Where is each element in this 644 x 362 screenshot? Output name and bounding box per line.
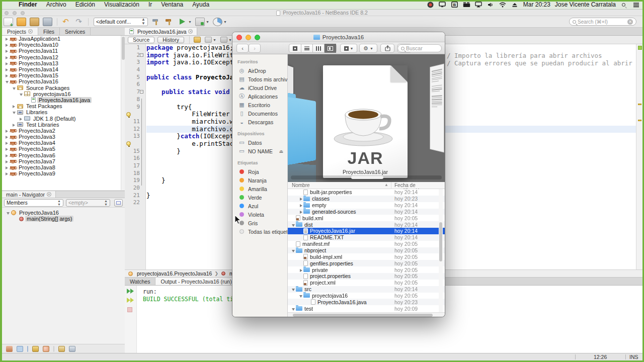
tab-projects[interactable]: Projects✕	[2, 28, 38, 35]
source-view-button[interactable]: Source	[128, 37, 154, 43]
breadcrumb-class[interactable]: proyectojava16.ProyectoJava16	[137, 270, 212, 277]
expand-arrow-icon[interactable]	[4, 170, 10, 176]
gutter-line[interactable]	[125, 111, 145, 118]
gutter-line[interactable]: 20	[125, 185, 145, 192]
tree-item[interactable]: ProyectoJava15	[2, 72, 121, 78]
gutter-line[interactable]: 7–	[125, 88, 145, 96]
forward-icon[interactable]	[220, 37, 227, 43]
run-configuration-dropdown[interactable]: <default conf...▲▼	[94, 18, 148, 26]
redo-button[interactable]: ↷	[74, 18, 84, 26]
expand-arrow-icon[interactable]	[4, 36, 10, 42]
sidebar-item-todos-mis-archivos[interactable]: ▤Todos mis archivos	[232, 75, 287, 83]
file-row[interactable]: genfiles.propertieshoy 20:05	[288, 260, 445, 266]
last-edit-icon[interactable]	[194, 37, 201, 43]
expand-arrow-icon[interactable]	[4, 140, 10, 146]
gutter-line[interactable]: 16	[125, 155, 145, 162]
gutter-line[interactable]: 4	[125, 66, 145, 74]
ide-search-field[interactable]: Search (⌘+I)✕	[569, 18, 636, 26]
file-row[interactable]: manifest.mfhoy 20:05	[288, 241, 445, 247]
tree-item[interactable]: ProyectoJava16.java	[2, 97, 121, 103]
clean-build-button[interactable]	[165, 18, 174, 26]
collapse-arrow-icon[interactable]	[291, 306, 296, 312]
file-row[interactable]: build.xmlhoy 20:05	[288, 215, 445, 221]
spotlight-icon[interactable]	[620, 2, 628, 8]
tree-item[interactable]: ProyectoJava2	[2, 128, 121, 134]
collapse-arrow-icon[interactable]	[18, 91, 24, 97]
forward-button[interactable]: ›	[249, 44, 261, 53]
file-row[interactable]: emptyhoy 20:14	[288, 202, 445, 209]
tab-watches[interactable]: Watches	[125, 278, 155, 285]
file-row[interactable]: testhoy 20:09	[288, 305, 445, 312]
wifi-icon[interactable]	[499, 2, 507, 8]
arrange-menu-button[interactable]: ▼	[340, 44, 357, 53]
sidebar-item-icloud-drive[interactable]: ☁iCloud Drive	[232, 83, 287, 92]
sidebar-item-airdrop[interactable]: ◎AirDrop	[232, 66, 287, 75]
tree-item[interactable]: JDK 1.8 (Default)	[2, 115, 121, 121]
show-inherited-members-icon[interactable]	[6, 346, 13, 352]
history-view-button[interactable]: History	[157, 37, 184, 43]
tree-item[interactable]: JavaApplication1	[2, 36, 121, 42]
new-project-button[interactable]	[17, 18, 26, 26]
file-row[interactable]: ProyectoJava16.javahoy 20:23	[288, 299, 445, 305]
tree-item[interactable]: Test Packages	[2, 103, 121, 109]
file-row[interactable]: README.TXThoy 20:14	[288, 234, 445, 241]
close-icon[interactable]: ✕	[188, 29, 193, 34]
sidebar-item-descargas[interactable]: ◒Descargas	[232, 118, 287, 126]
file-row[interactable]: nbprojecthoy 20:05	[288, 247, 445, 254]
finder-search-field[interactable]: Buscar	[397, 44, 442, 52]
expand-arrow-icon[interactable]	[4, 66, 10, 72]
gutter-line[interactable]: 6	[125, 81, 145, 88]
gutter-line[interactable]	[125, 140, 145, 148]
airplay-icon[interactable]	[475, 2, 482, 8]
gutter-line[interactable]: 5	[125, 74, 145, 81]
sidebar-item-no-name[interactable]: ▭NO NAME⏏	[232, 147, 287, 155]
expand-arrow-icon[interactable]	[11, 122, 17, 128]
sidebar-item-naranja[interactable]: Naranja	[232, 176, 287, 185]
expand-arrow-icon[interactable]	[4, 158, 10, 164]
tree-item[interactable]: ProyectoJava8	[2, 164, 121, 170]
tree-item[interactable]: main(String[] args)	[2, 216, 125, 222]
coverflow-scrollbar[interactable]	[291, 175, 442, 179]
menu-item-archivo[interactable]: Archivo	[42, 1, 71, 8]
volume-icon[interactable]	[487, 2, 495, 8]
show-static-members-icon[interactable]	[32, 346, 39, 352]
screen-recorder-icon[interactable]	[427, 2, 434, 8]
sidebar-item-documentos[interactable]: ▯Documentos	[232, 109, 287, 118]
gutter-line[interactable]: 18	[125, 170, 145, 177]
gutter-line[interactable]: 22	[125, 199, 145, 207]
coverflow-view-button[interactable]	[325, 44, 336, 53]
menu-item-finder[interactable]: Finder	[14, 1, 42, 8]
expand-arrow-icon[interactable]	[18, 116, 24, 122]
forward-dropdown-arrow[interactable]: ▼	[228, 38, 232, 42]
sidebar-item-aplicaciones[interactable]: ⒶAplicaciones	[232, 92, 287, 101]
tab-files[interactable]: Files	[38, 28, 60, 35]
tree-item[interactable]: ProyectoJava5	[2, 146, 121, 152]
gutter-line[interactable]: 9	[125, 104, 145, 111]
profile-project-button[interactable]	[213, 18, 222, 26]
run-dropdown-arrow[interactable]: ▼	[188, 20, 192, 24]
coverflow-folder-item[interactable]	[288, 96, 316, 166]
code-fold-icon[interactable]: –	[140, 90, 143, 94]
sidebar-item-escritorio[interactable]: ▦Escritorio	[232, 101, 287, 109]
rerun-with-args-button[interactable]	[127, 297, 134, 304]
expand-arrow-icon[interactable]	[4, 146, 10, 152]
icon-view-button[interactable]	[290, 44, 301, 53]
finder-titlebar[interactable]: ProyectoJava16	[232, 32, 445, 42]
action-gear-button[interactable]: ⚙ ▼	[359, 44, 377, 53]
sidebar-item-todas-las-etiquet-[interactable]: Todas las etiquet...	[232, 227, 287, 236]
expand-arrow-icon[interactable]	[4, 164, 10, 170]
expand-arrow-icon[interactable]	[4, 48, 10, 54]
tree-item[interactable]: ProyectoJava4	[2, 140, 121, 146]
tree-item[interactable]: ProyectoJava3	[2, 134, 121, 140]
profile-dropdown-arrow[interactable]: ▼	[223, 20, 227, 24]
expand-arrow-icon[interactable]	[11, 103, 17, 109]
sort-by-source-icon[interactable]	[69, 346, 75, 352]
gutter-line[interactable]: 13	[125, 133, 145, 140]
undo-button[interactable]: ↶	[61, 18, 70, 26]
gutter-line[interactable]: 21	[125, 192, 145, 200]
back-button[interactable]: ‹	[236, 44, 249, 53]
collapse-arrow-icon[interactable]	[291, 247, 296, 253]
file-row[interactable]: classeshoy 20:23	[288, 196, 445, 202]
file-row[interactable]: project.propertieshoy 20:05	[288, 273, 445, 280]
projects-tree-scrollbar[interactable]	[121, 36, 125, 190]
